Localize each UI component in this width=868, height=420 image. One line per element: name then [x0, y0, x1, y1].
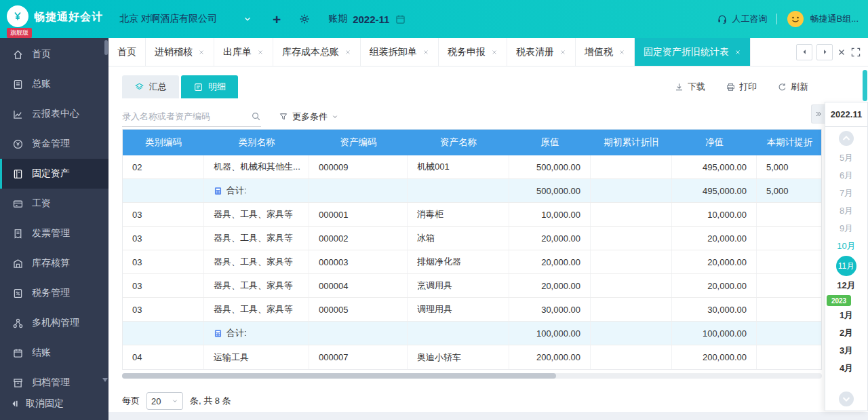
tab-2[interactable]: 出库单 [214, 38, 273, 66]
expand-toggle-button[interactable] [850, 47, 861, 58]
tab-label: 组装拆卸单 [370, 46, 417, 58]
month-item[interactable]: 3月 [825, 343, 867, 359]
depreciation-table: 类别编码类别名称资产编码资产名称原值期初累计折旧净值本期计提折 02机器、机械和… [122, 129, 822, 370]
table-cell: 500,000.00 [509, 179, 591, 202]
horizontal-scrollbar-thumb[interactable] [122, 373, 556, 379]
table-cell: 20,000.00 [509, 227, 591, 250]
close-all-tabs-button[interactable] [837, 47, 846, 57]
tab-close-icon[interactable] [491, 49, 498, 56]
tab-3[interactable]: 库存成本总账 [273, 38, 361, 66]
sidebar-item-tax[interactable]: 税务管理 [0, 278, 108, 308]
month-item[interactable]: 2月 [825, 325, 867, 341]
table-cell: 03 [123, 203, 204, 226]
tab-scroll-left-button[interactable] [796, 44, 812, 60]
table-cell [309, 322, 408, 345]
month-item[interactable]: 11月 [825, 256, 867, 276]
sidebar-scroll-down-arrow[interactable] [102, 378, 108, 382]
tab-6[interactable]: 税表清册 [507, 38, 576, 66]
tab-7[interactable]: 增值税 [576, 38, 635, 66]
calculator-icon [214, 187, 222, 195]
table-cell [408, 322, 509, 345]
per-page-select[interactable]: 20 [146, 392, 183, 410]
view-tab-detail[interactable]: 明细 [181, 75, 238, 98]
month-item[interactable]: 1月 [825, 307, 867, 324]
table-row[interactable]: 03器具、工具、家具等000005调理用具30,000.0030,000.00 [123, 298, 821, 322]
table-cell: 机器、机械和其他生... [204, 155, 309, 178]
month-item[interactable]: 10月 [825, 238, 867, 254]
sidebar-item-fixed-asset[interactable]: 固定资产 [0, 159, 108, 189]
tab-0[interactable]: 首页 [108, 38, 146, 66]
months-scroll-down-button[interactable] [839, 392, 854, 406]
search-input[interactable] [122, 111, 247, 121]
tab-close-icon[interactable] [618, 49, 625, 56]
month-item[interactable]: 6月 [825, 168, 867, 184]
user-menu[interactable]: 畅捷通B组... [787, 10, 859, 28]
period-panel-collapse-button[interactable] [811, 104, 825, 123]
sidebar-scrollbar-thumb[interactable] [104, 40, 108, 55]
sidebar-item-invoice[interactable]: 发票管理 [0, 218, 108, 248]
add-button[interactable]: + [273, 12, 281, 26]
sidebar-item-org[interactable]: 多机构管理 [0, 308, 108, 338]
settings-gear-icon[interactable] [298, 13, 311, 25]
refresh-button[interactable]: 刷新 [777, 81, 808, 93]
tab-close-icon[interactable] [198, 49, 205, 56]
tab-close-icon[interactable] [344, 49, 351, 56]
months-scroll-up-button[interactable] [839, 131, 854, 146]
calendar-icon[interactable] [395, 14, 406, 25]
table-row[interactable]: 04运输工具000007奥迪小轿车200,000.00200,000.00 [123, 345, 821, 369]
sidebar-item-ledger[interactable]: 总账 [0, 69, 108, 99]
tab-4[interactable]: 组装拆卸单 [361, 38, 439, 66]
table-cell [591, 203, 672, 226]
tax-icon [12, 288, 24, 299]
table-cell: 000009 [309, 155, 408, 178]
sidebar-item-salary[interactable]: 工资 [0, 189, 108, 218]
tab-1[interactable]: 进销稽核 [146, 38, 214, 66]
inventory-icon [12, 258, 24, 269]
caret-right-icon [821, 48, 829, 56]
company-selector[interactable]: 北京 对啊酒店有限公司 [119, 13, 252, 25]
table-row[interactable]: 03器具、工具、家具等000004烹调用具20,000.0020,000.00 [123, 274, 821, 298]
tab-5[interactable]: 税务申报 [439, 38, 507, 66]
table-cell: 合计: [204, 322, 309, 345]
sidebar-item-home[interactable]: 首页 [0, 39, 108, 69]
column-header: 净值 [672, 130, 757, 155]
print-button[interactable]: 打印 [726, 81, 757, 93]
table-cell: 器具、工具、家具等 [204, 298, 309, 321]
sidebar-item-cloud-report[interactable]: 云报表中心 [0, 99, 108, 129]
view-tab-summary[interactable]: 汇总 [122, 75, 179, 98]
table-cell: 器具、工具、家具等 [204, 203, 309, 226]
sidebar-item-archive[interactable]: 归档管理 [0, 368, 108, 398]
tab-close-icon[interactable] [257, 49, 264, 56]
tab-close-icon[interactable] [422, 49, 429, 56]
more-conditions-button[interactable]: 更多条件 [279, 111, 338, 123]
table-cell: 运输工具 [204, 345, 309, 369]
tab-scroll-right-button[interactable] [816, 44, 833, 60]
content-scrollbar-thumb[interactable] [863, 70, 867, 101]
table-row[interactable]: 03器具、工具、家具等000002冰箱20,000.0020,000.00 [123, 227, 821, 250]
month-item[interactable]: 9月 [825, 221, 867, 237]
consult-button[interactable]: 人工咨询 [717, 13, 767, 25]
search-icon[interactable] [251, 111, 261, 121]
download-button[interactable]: 下载 [674, 81, 705, 93]
table-row[interactable]: 02机器、机械和其他生...000009机械001500,000.00495,0… [123, 155, 821, 179]
tab-close-icon[interactable] [734, 49, 741, 56]
sidebar-item-fund[interactable]: 资金管理 [0, 129, 108, 159]
month-item[interactable]: 4月 [825, 360, 867, 377]
tab-close-icon[interactable] [559, 49, 566, 56]
sidebar-item-inventory[interactable]: 库存核算 [0, 248, 108, 278]
month-item[interactable]: 5月 [825, 150, 867, 166]
month-item[interactable]: 8月 [825, 203, 867, 219]
table-row[interactable]: 03器具、工具、家具等000001消毒柜10,000.0010,000.00 [123, 203, 821, 227]
sidebar-item-label: 资金管理 [32, 138, 70, 150]
table-cell [591, 274, 672, 297]
month-item[interactable]: 7月 [825, 185, 867, 202]
tab-8[interactable]: 固定资产折旧统计表 [635, 38, 751, 66]
month-item[interactable]: 12月 [825, 278, 867, 294]
sidebar-item-label: 云报表中心 [32, 108, 79, 120]
sidebar-item-closing[interactable]: 结账 [0, 338, 108, 368]
search-box [122, 107, 261, 127]
unpin-sidebar-button[interactable]: 取消固定 [0, 394, 103, 413]
table-row[interactable]: 03器具、工具、家具等000003排烟净化器20,000.0020,000.00 [123, 250, 821, 274]
table-cell [123, 322, 204, 345]
table-cell: 000002 [309, 227, 408, 250]
